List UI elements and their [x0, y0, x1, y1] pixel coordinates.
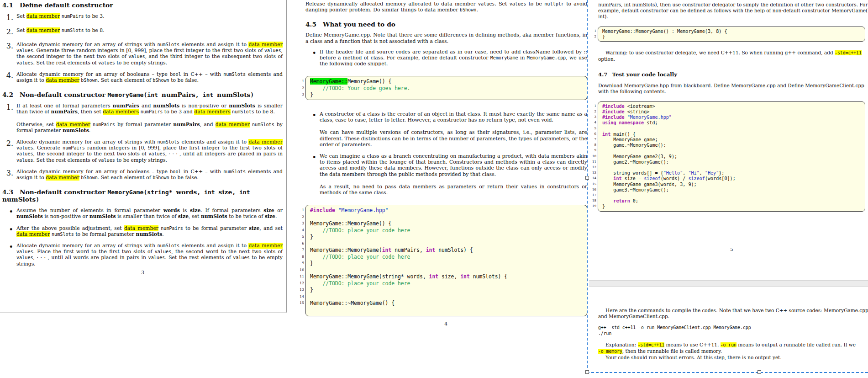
- text-segment: Allocate dynamic memory for an array of …: [16, 139, 157, 145]
- pdf-viewer: { "colors":{"highlight_yellow":"#ffff00"…: [0, 0, 868, 378]
- selection-border-bottom[interactable]: [587, 372, 868, 373]
- line-number: 9: [298, 260, 304, 267]
- text-segment: to be twice of: [227, 213, 265, 219]
- page-gap: [589, 280, 868, 287]
- text-segment: game.~MemoryGame();: [602, 143, 666, 148]
- text-segment: values: [98, 60, 115, 65]
- line-number: 13: [592, 170, 596, 176]
- text-segment: size: [190, 208, 200, 213]
- code-line: [310, 214, 585, 221]
- paragraph: If at least one of formal parameters num…: [16, 103, 283, 115]
- text-segment: (words) /: [661, 176, 689, 181]
- document-page-4: Release dynamically allocated memory all…: [287, 0, 589, 378]
- text-segment: , then the runnable file is called memor…: [622, 348, 722, 354]
- selection-handle-bottom[interactable]: [758, 370, 761, 374]
- code-gutter: 123: [298, 76, 305, 100]
- page-5-content: numPairs, int numSlots), then use constr…: [590, 0, 868, 212]
- line-number: 5: [592, 126, 596, 131]
- text-segment: MemoryGame game2(3, 9);: [602, 154, 677, 159]
- item-text: A constructor of a class is the creator …: [320, 111, 587, 148]
- text-segment: values: [148, 151, 165, 156]
- item-text: Allocate dynamic memory for an array of …: [16, 169, 283, 181]
- line-number: 1: [592, 28, 596, 34]
- code-block: 123MemoryGame::MemoryGame() { //TODO: Yo…: [298, 76, 587, 100]
- text-segment: Allocate dynamic memory for an array of …: [16, 71, 170, 77]
- text-segment: example, default constructor can be defi…: [598, 8, 868, 13]
- item-marker: 2.: [2, 139, 16, 163]
- text-segment: #include: [602, 115, 625, 120]
- text-segment: What you need to do: [323, 21, 395, 28]
- page-number: 5: [598, 247, 865, 252]
- paragraph: We can imagine a class as a branch conce…: [320, 153, 587, 177]
- list-item: 3.Allocate dynamic memory for an array o…: [2, 169, 283, 181]
- text-segment: values: [510, 1, 526, 6]
- line-number: 5: [298, 234, 304, 240]
- line-number: 2: [298, 85, 304, 92]
- text-segment: [335, 207, 338, 213]
- list-item: •After the above possible adjustment, se…: [2, 225, 283, 237]
- text-segment: Set: [16, 27, 26, 33]
- text-segment: to be 8.: [84, 27, 105, 33]
- line-number: 12: [298, 280, 304, 287]
- line-number: 8: [592, 142, 596, 148]
- text-segment: (words[0]);: [705, 176, 736, 181]
- list-item: •A constructor of a class is the creator…: [305, 111, 587, 148]
- line-number: 10: [592, 154, 596, 159]
- text-segment: to be formal parameter: [74, 231, 136, 237]
- text-segment: return: [613, 198, 630, 203]
- text-segment: game3.~MemoryGame();: [602, 187, 669, 192]
- code-line: }: [310, 91, 585, 98]
- text-segment: MemoryGame::: [310, 78, 347, 85]
- selection-handle-left[interactable]: [585, 176, 589, 180]
- text-segment: "Hi": [688, 170, 699, 176]
- text-segment: nullptr: [544, 1, 564, 6]
- text-segment: MemoryGame::MemoryGame() {: [310, 220, 391, 227]
- code-line: string words[] = {"Hello", "Hi", "Hey"};: [602, 170, 863, 176]
- list-item: 3.Allocate dynamic memory for an array o…: [2, 42, 283, 66]
- text-segment: in: [518, 55, 527, 61]
- text-segment: values: [478, 1, 495, 6]
- text-segment: means to output a runnable file called r…: [736, 342, 856, 347]
- text-segment: , and the third integer to the subsequen…: [145, 53, 283, 59]
- highlighted-text: data member: [46, 77, 79, 83]
- text-segment: //TODO: place your code here: [310, 227, 410, 234]
- highlighted-text: data members: [103, 109, 139, 115]
- text-segment: to be false.: [169, 175, 199, 181]
- text-segment: We can imagine a class as a branch conce…: [320, 153, 587, 177]
- text-segment: numSlots: [62, 28, 84, 33]
- text-segment: MemoryGame(string*: [107, 189, 176, 196]
- selection-handle-corner[interactable]: [585, 370, 589, 374]
- selection-border-left[interactable]: [587, 0, 588, 373]
- text-segment: A constructor of a class is the creator …: [320, 111, 587, 123]
- text-segment: [602, 198, 613, 203]
- line-number: 6: [298, 240, 304, 247]
- text-segment: numSlots: [217, 91, 250, 98]
- code-line: }: [602, 34, 863, 40]
- paragraph: After the above possible adjustment, set…: [16, 225, 283, 237]
- code-line: int main() {: [602, 132, 863, 137]
- text-segment: int: [426, 247, 436, 253]
- line-number: 7: [298, 247, 304, 254]
- code-frame: MemoryGame::MemoryGame() { //TODO: Your …: [305, 76, 587, 100]
- text-segment: sizeof: [644, 176, 660, 181]
- paragraph: Allocate dynamic memory for an array of …: [16, 169, 283, 181]
- text-segment: . Generate three random integers in [0, …: [33, 48, 264, 53]
- text-line: g++ -std=c++11 -o run MemoryGameClient.c…: [598, 325, 865, 331]
- text-segment: //TODO: place your code here: [310, 280, 410, 287]
- text-segment: elements and assign it to: [179, 42, 248, 48]
- code-gutter: 123456789101112131415: [298, 205, 305, 316]
- line-number: 4: [298, 227, 304, 234]
- text-segment: Explanation:: [605, 342, 638, 347]
- text-line: Here are the commands to compile the cod…: [598, 308, 865, 314]
- text-segment: }: [310, 91, 313, 98]
- line-number: 6: [592, 131, 596, 137]
- text-segment: size: [263, 208, 274, 213]
- text-segment: int: [602, 132, 610, 137]
- text-segment: values: [16, 145, 33, 150]
- text-segment: MemoryGame::MemoryGame(string* words,: [310, 273, 429, 280]
- paragraph: Release dynamically allocated memory all…: [305, 1, 587, 13]
- text-segment: to be false.: [169, 77, 199, 83]
- line-number: 7: [592, 137, 596, 142]
- text-lines: Explanation: -std=c++11 means to use C++…: [598, 342, 865, 361]
- line-number: 15: [298, 300, 304, 307]
